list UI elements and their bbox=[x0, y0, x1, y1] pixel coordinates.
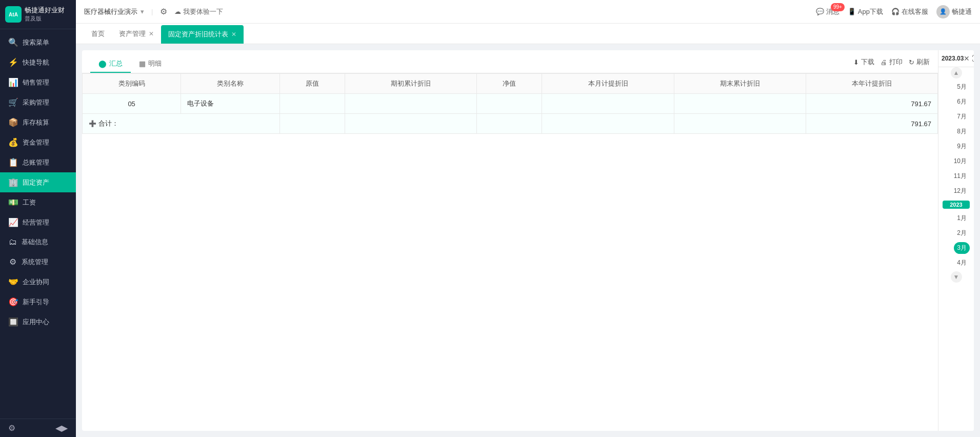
nav-icon-12: 🤝 bbox=[8, 277, 18, 287]
sum-net bbox=[477, 114, 542, 134]
logo-area: AtA 畅捷通好业财 普及版 bbox=[0, 0, 76, 29]
col-code: 类别编码 bbox=[83, 74, 181, 94]
row-name: 电子设备 bbox=[181, 94, 279, 114]
dropdown-icon: ▾ bbox=[141, 8, 144, 15]
month-1[interactable]: 1月 bbox=[938, 211, 974, 226]
month-2[interactable]: 2月 bbox=[938, 226, 974, 241]
company-selector[interactable]: 医疗器械行业演示 ▾ bbox=[84, 7, 144, 16]
sidebar-item-系统管理[interactable]: ⚙ 系统管理 bbox=[0, 252, 76, 272]
row-end-accum bbox=[674, 94, 806, 114]
row-original bbox=[279, 94, 345, 114]
month-12[interactable]: 12月 bbox=[938, 184, 974, 198]
month-6[interactable]: 6月 bbox=[938, 94, 974, 109]
col-month-dep: 本月计提折旧 bbox=[542, 74, 674, 94]
month-7[interactable]: 7月 bbox=[938, 109, 974, 124]
app-download-btn[interactable]: 📱 App下载 bbox=[848, 7, 883, 16]
col-net: 净值 bbox=[477, 74, 542, 94]
sidebar-item-库存核算[interactable]: 📦 库存核算 bbox=[0, 112, 76, 132]
col-init-accum: 期初累计折旧 bbox=[345, 74, 476, 94]
month-10[interactable]: 10月 bbox=[938, 154, 974, 169]
tab-home-label: 首页 bbox=[91, 29, 105, 38]
sum-end-accum bbox=[674, 114, 806, 134]
sidebar-item-搜索菜单[interactable]: 🔍 搜索菜单 bbox=[0, 32, 76, 52]
sidebar-item-快捷导航[interactable]: ⚡ 快捷导航 bbox=[0, 52, 76, 72]
scroll-up-btn[interactable]: ▲ bbox=[951, 67, 962, 78]
tab-asset-close[interactable]: ✕ bbox=[149, 30, 154, 37]
sidebar-item-应用中心[interactable]: 🔲 应用中心 bbox=[0, 312, 76, 332]
content-area: ⬤ 汇总 ▦ 明细 ⬇ 下载 🖨 打印 bbox=[82, 50, 974, 431]
print-btn[interactable]: 🖨 打印 bbox=[881, 57, 903, 67]
nav-label-13: 新手引导 bbox=[23, 297, 49, 307]
date-panel-header: 2023.03 ✕ ⛶ bbox=[938, 50, 974, 67]
nav-icon-10: 🗂 bbox=[8, 237, 17, 247]
nav-label-8: 工资 bbox=[23, 198, 36, 207]
sum-label-cell: ➕ 合计： bbox=[83, 114, 280, 134]
nav-icon-11: ⚙ bbox=[8, 257, 17, 267]
sidebar-item-基础信息[interactable]: 🗂 基础信息 bbox=[0, 232, 76, 252]
topbar: 医疗器械行业演示 ▾ | ⚙ ☁ 我要体验一下 💬 消息 99+ 📱 App下载… bbox=[76, 0, 980, 24]
active-month-label[interactable]: 3月 bbox=[954, 242, 970, 254]
sidebar-item-新手引导[interactable]: 🎯 新手引导 bbox=[0, 292, 76, 312]
nav-icon-0: 🔍 bbox=[8, 37, 18, 47]
nav-icon-14: 🔲 bbox=[8, 317, 18, 327]
month-8[interactable]: 8月 bbox=[938, 124, 974, 139]
nav-label-3: 采购管理 bbox=[23, 98, 49, 107]
month-9[interactable]: 9月 bbox=[938, 139, 974, 154]
col-name: 类别名称 bbox=[181, 74, 279, 94]
message-btn[interactable]: 💬 消息 99+ bbox=[816, 7, 839, 16]
sum-original bbox=[279, 114, 345, 134]
tab-detail[interactable]: ▦ 明细 bbox=[131, 55, 170, 73]
topbar-right: 💬 消息 99+ 📱 App下载 🎧 在线客服 👤 畅捷通 bbox=[816, 5, 972, 18]
settings-gear-icon[interactable]: ⚙ bbox=[160, 7, 167, 16]
sidebar-item-采购管理[interactable]: 🛒 采购管理 bbox=[0, 92, 76, 112]
tab-depreciation[interactable]: 固定资产折旧统计表 ✕ bbox=[161, 25, 244, 44]
expand-panel-icon[interactable]: ⛶ bbox=[972, 54, 974, 63]
summary-icon: ⬤ bbox=[98, 59, 107, 68]
month-3-active[interactable]: 3月 bbox=[938, 241, 974, 255]
refresh-btn[interactable]: ↻ 刷新 bbox=[909, 57, 930, 67]
sub-tabs: ⬤ 汇总 ▦ 明细 bbox=[90, 55, 170, 73]
nav-icon-7: 🏢 bbox=[8, 177, 18, 187]
user-area[interactable]: 👤 畅捷通 bbox=[936, 5, 972, 18]
table-panel: ⬤ 汇总 ▦ 明细 ⬇ 下载 🖨 打印 bbox=[82, 50, 938, 431]
sidebar-nav: 🔍 搜索菜单⚡ 快捷导航📊 销售管理🛒 采购管理📦 库存核算💰 资金管理📋 总账… bbox=[0, 29, 76, 419]
month-11[interactable]: 11月 bbox=[938, 169, 974, 184]
sidebar-bottom: ⚙ ◀▶ bbox=[0, 419, 76, 437]
sidebar-item-企业协同[interactable]: 🤝 企业协同 bbox=[0, 272, 76, 292]
nav-icon-13: 🎯 bbox=[8, 297, 18, 307]
sidebar-item-经营管理[interactable]: 📈 经营管理 bbox=[0, 212, 76, 232]
row-init-accum bbox=[345, 94, 476, 114]
print-icon: 🖨 bbox=[881, 58, 887, 66]
nav-icon-9: 📈 bbox=[8, 217, 18, 227]
nav-icon-8: 💵 bbox=[8, 197, 18, 207]
sidebar-item-固定资产[interactable]: 🏢 固定资产 bbox=[0, 172, 76, 192]
experience-btn[interactable]: ☁ 我要体验一下 bbox=[174, 7, 223, 16]
tab-depreciation-close[interactable]: ✕ bbox=[231, 31, 236, 38]
sidebar-item-工资[interactable]: 💵 工资 bbox=[0, 192, 76, 212]
table-row: 05 电子设备 791.67 bbox=[83, 94, 938, 114]
year-2023-badge: 2023 bbox=[943, 201, 970, 209]
col-end-accum: 期末累计折旧 bbox=[674, 74, 806, 94]
nav-label-5: 资金管理 bbox=[23, 138, 49, 147]
close-panel-icon[interactable]: ✕ bbox=[964, 54, 970, 63]
tab-home[interactable]: 首页 bbox=[84, 25, 112, 44]
tab-summary[interactable]: ⬤ 汇总 bbox=[90, 55, 131, 73]
headset-icon: 🎧 bbox=[891, 8, 899, 15]
nav-label-6: 总账管理 bbox=[23, 158, 49, 167]
sidebar-item-销售管理[interactable]: 📊 销售管理 bbox=[0, 72, 76, 92]
settings-icon[interactable]: ⚙ bbox=[8, 423, 15, 433]
date-panel-actions: ✕ ⛶ bbox=[964, 54, 974, 63]
nav-label-1: 快捷导航 bbox=[23, 58, 49, 67]
collapse-icon[interactable]: ◀▶ bbox=[55, 423, 68, 433]
scroll-down-btn[interactable]: ▼ bbox=[951, 271, 962, 283]
month-4[interactable]: 4月 bbox=[938, 255, 974, 270]
cloud-icon: ☁ bbox=[174, 8, 181, 15]
online-service-btn[interactable]: 🎧 在线客服 bbox=[891, 7, 928, 16]
sidebar-item-总账管理[interactable]: 📋 总账管理 bbox=[0, 152, 76, 172]
sidebar-item-资金管理[interactable]: 💰 资金管理 bbox=[0, 132, 76, 152]
month-5[interactable]: 5月 bbox=[938, 80, 974, 94]
download-btn[interactable]: ⬇ 下载 bbox=[853, 57, 874, 67]
tab-depreciation-label: 固定资产折旧统计表 bbox=[168, 30, 228, 39]
tab-asset-mgmt[interactable]: 资产管理 ✕ bbox=[112, 25, 161, 44]
date-panel: 2023.03 ✕ ⛶ ▲ 5月 6月 7月 8月 bbox=[938, 50, 974, 431]
